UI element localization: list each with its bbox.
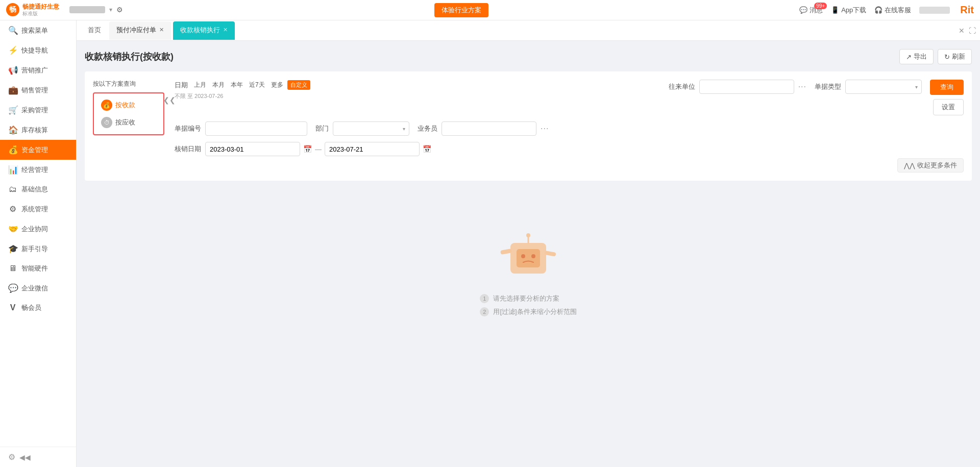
- step-1-number: 1: [480, 294, 489, 303]
- sidebar-collapse-button[interactable]: ◀◀: [19, 453, 31, 461]
- filter-row-3: 核销日期 📅 — 📅: [175, 142, 964, 156]
- date-more[interactable]: 更多: [269, 80, 285, 90]
- sidebar-label-marketing: 营销推广: [21, 66, 48, 75]
- industry-button[interactable]: 体验行业方案: [434, 3, 488, 17]
- date-custom-badge[interactable]: 自定义: [287, 80, 310, 90]
- sidebar-label-shortcut: 快捷导航: [21, 46, 48, 55]
- sidebar-item-enterprise[interactable]: 🤝 企业协同: [0, 219, 76, 239]
- sidebar-item-member[interactable]: V 畅会员: [0, 298, 76, 317]
- system-icon: ⚙: [8, 204, 17, 214]
- export-button[interactable]: ↗ 导出: [899, 49, 934, 64]
- date-this-month[interactable]: 本月: [210, 80, 227, 90]
- sidebar-item-search[interactable]: 🔍 搜索菜单: [0, 20, 76, 40]
- sidebar-label-enterprise: 企业协同: [21, 225, 48, 234]
- sidebar-item-basic[interactable]: 🗂 基础信息: [0, 180, 76, 199]
- settings-bottom-icon[interactable]: ⚙: [8, 452, 15, 462]
- verify-date-label: 核销日期: [175, 144, 201, 154]
- counterparty-field: 往来单位 ···: [669, 80, 806, 94]
- tab-prepay-close-icon[interactable]: ✕: [159, 27, 164, 33]
- online-service-item[interactable]: 🎧 在线客服: [874, 6, 911, 15]
- message-badge: 99+: [814, 3, 827, 9]
- tab-receipt-close-icon[interactable]: ✕: [223, 27, 228, 33]
- date-last-7days[interactable]: 近7天: [247, 80, 267, 90]
- refresh-icon: ↻: [944, 53, 950, 61]
- brand: 畅 畅捷通好生意 标准版: [6, 3, 59, 16]
- tab-receipt[interactable]: 收款核销执行 ✕: [173, 21, 235, 40]
- date-last-month[interactable]: 上月: [192, 80, 208, 90]
- doc-type-label: 单据类型: [815, 82, 841, 91]
- svg-rect-1: [517, 249, 540, 267]
- tab-home[interactable]: 首页: [81, 21, 108, 40]
- main-layout: 🔍 搜索菜单 ⚡ 快捷导航 📢 营销推广 💼 销售管理 🛒 采购管理 🏠: [0, 20, 980, 467]
- doc-type-field: 单据类型 ▾: [815, 80, 922, 94]
- query-button[interactable]: 查询: [930, 80, 964, 95]
- sidebar-item-inventory[interactable]: 🏠 库存核算: [0, 120, 76, 140]
- sidebar-item-management[interactable]: 📊 经营管理: [0, 160, 76, 180]
- verify-date-start-cal-icon[interactable]: 📅: [303, 145, 312, 153]
- sidebar: 🔍 搜索菜单 ⚡ 快捷导航 📢 营销推广 💼 销售管理 🛒 采购管理 🏠: [0, 20, 77, 467]
- sidebar-item-hardware[interactable]: 🖥 智能硬件: [0, 259, 76, 278]
- svg-rect-7: [545, 251, 556, 257]
- counterparty-input[interactable]: [699, 80, 794, 94]
- management-icon: 📊: [8, 165, 17, 175]
- search-icon: 🔍: [8, 26, 17, 35]
- dept-select[interactable]: [333, 121, 409, 136]
- sidebar-item-wechat[interactable]: 💬 企业微信: [0, 278, 76, 298]
- close-window-icon[interactable]: ✕: [959, 27, 965, 35]
- date-field: 日期 上月 本月 本年 近7天 更多 自定义: [175, 80, 310, 100]
- filter-option-by-receipt[interactable]: 💰 按收款: [97, 96, 160, 114]
- sidebar-bottom: ⚙ ◀◀: [0, 447, 76, 467]
- dept-select-wrapper: ▾: [333, 121, 409, 136]
- doc-no-label: 单据编号: [175, 124, 201, 133]
- filter-options-box: 💰 按收款 ⏱ 按应收: [93, 92, 164, 135]
- collapse-more-button[interactable]: ⋀⋀ 收起更多条件: [897, 158, 964, 173]
- settings-button[interactable]: 设置: [933, 99, 964, 115]
- sidebar-label-wechat: 企业微信: [21, 284, 48, 293]
- sidebar-nav: 🔍 搜索菜单 ⚡ 快捷导航 📢 营销推广 💼 销售管理 🛒 采购管理 🏠: [0, 20, 76, 317]
- refresh-button[interactable]: ↻ 刷新: [938, 49, 972, 64]
- basic-icon: 🗂: [8, 185, 17, 194]
- sidebar-item-sales[interactable]: 💼 销售管理: [0, 80, 76, 100]
- app-download-item[interactable]: 📱 App下载: [831, 6, 866, 15]
- dropdown-chevron-icon[interactable]: ▾: [109, 6, 112, 13]
- tab-prepay[interactable]: 预付冲应付单 ✕: [109, 21, 171, 40]
- sidebar-label-search: 搜索菜单: [21, 26, 48, 35]
- doc-type-select[interactable]: [845, 80, 922, 94]
- maximize-window-icon[interactable]: ⛶: [969, 27, 976, 35]
- filter-panel-inner: 按以下方案查询 💰 按收款 ⏱ 按应收: [93, 80, 964, 156]
- sidebar-item-marketing[interactable]: 📢 营销推广: [0, 60, 76, 80]
- member-icon: V: [8, 303, 17, 312]
- sidebar-label-basic: 基础信息: [21, 185, 48, 194]
- svg-point-3: [531, 254, 535, 258]
- gear-icon[interactable]: ⚙: [116, 6, 123, 14]
- brand-name: 畅捷通好生意 标准版: [22, 3, 59, 16]
- date-label-row: 日期 上月 本月 本年 近7天 更多 自定义: [175, 80, 310, 90]
- verify-date-end-cal-icon[interactable]: 📅: [423, 145, 431, 153]
- sidebar-item-system[interactable]: ⚙ 系统管理: [0, 199, 76, 219]
- sidebar-item-purchase[interactable]: 🛒 采购管理: [0, 100, 76, 120]
- filter-collapse-button[interactable]: ❮❮: [164, 90, 175, 110]
- counterparty-dots[interactable]: ···: [798, 82, 806, 91]
- doc-no-input[interactable]: [205, 121, 307, 136]
- counterparty-label: 往来单位: [669, 82, 695, 91]
- salesman-input[interactable]: [442, 121, 536, 136]
- top-bar-center: 体验行业方案: [434, 3, 488, 17]
- page-actions: ↗ 导出 ↻ 刷新: [899, 49, 972, 64]
- page-title: 收款核销执行(按收款): [85, 51, 174, 63]
- sidebar-item-guide[interactable]: 🎓 新手引导: [0, 239, 76, 259]
- verify-date-end-input[interactable]: [325, 142, 420, 156]
- sidebar-item-shortcut[interactable]: ⚡ 快捷导航: [0, 40, 76, 60]
- empty-illustration: [495, 228, 561, 284]
- page-header: 收款核销执行(按收款) ↗ 导出 ↻ 刷新: [85, 49, 972, 64]
- sidebar-item-finance[interactable]: 💰 资金管理: [0, 140, 76, 160]
- salesman-dots[interactable]: ···: [541, 124, 549, 133]
- inventory-icon: 🏠: [8, 125, 17, 135]
- filter-option-by-receivable[interactable]: ⏱ 按应收: [97, 114, 160, 131]
- brand-logo: 畅: [6, 3, 19, 16]
- message-item[interactable]: 💬 消息 99+: [799, 6, 823, 15]
- verify-date-group: 📅 — 📅: [205, 142, 431, 156]
- sidebar-label-purchase: 采购管理: [21, 106, 48, 115]
- date-this-year[interactable]: 本年: [229, 80, 245, 90]
- verify-date-start-input[interactable]: [205, 142, 300, 156]
- app-icon: 📱: [831, 6, 839, 14]
